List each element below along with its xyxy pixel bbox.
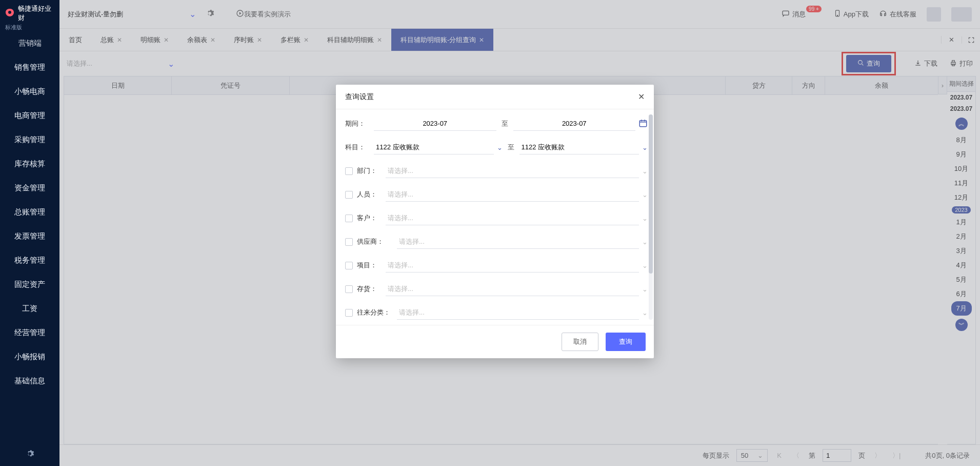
chevron-down-icon[interactable]: ⌄ [642,191,648,199]
next-page-button[interactable]: 〉 [872,451,883,460]
sidebar-item-6[interactable]: 总账管理 [0,200,59,224]
scrollbar-thumb[interactable] [649,114,653,274]
subject-to-input[interactable] [519,140,639,154]
svg-rect-6 [952,60,955,62]
sidebar-item-9[interactable]: 固定资产 [0,273,59,297]
calendar-icon[interactable] [638,119,648,129]
subject-from-input[interactable] [374,140,494,154]
checkbox-dept[interactable] [345,167,353,175]
period-month[interactable]: 1月 [947,215,975,229]
sidebar-item-13[interactable]: 基础信息 [0,369,59,393]
close-icon[interactable]: ✕ [117,36,122,44]
checkbox-artype[interactable] [345,309,353,317]
sidebar-item-12[interactable]: 小畅报销 [0,345,59,369]
close-icon[interactable]: ✕ [377,36,382,44]
checkbox-person[interactable] [345,191,353,199]
tab-1[interactable]: 总账✕ [91,29,131,51]
period-to-input[interactable] [513,116,636,131]
close-icon[interactable]: ✕ [210,36,215,44]
avatar[interactable] [927,7,941,22]
sidebar-item-4[interactable]: 库存核算 [0,152,59,176]
download-button[interactable]: 下载 [914,59,937,68]
checkbox-customer[interactable] [345,215,353,222]
support-button[interactable]: 在线客服 [879,9,916,19]
demo-link[interactable]: 我要看实例演示 [236,9,291,19]
tab-2[interactable]: 明细账✕ [131,29,178,51]
chevron-down-icon[interactable]: ⌄ [642,144,648,151]
print-button[interactable]: 打印 [950,59,973,68]
cancel-button[interactable]: 取消 [562,333,598,351]
chevron-down-icon[interactable]: ⌄ [642,309,648,317]
sidebar-item-11[interactable]: 经营管理 [0,321,59,345]
page-size-select[interactable]: 50 ⌄ [736,449,768,462]
filter-artype-input[interactable] [397,305,639,320]
filter-person-input[interactable] [386,187,639,202]
filter-label: 项目： [357,261,386,270]
period-month[interactable]: 4月 [947,258,975,273]
period-month[interactable]: 12月 [947,190,975,205]
tab-home[interactable]: 首页 [59,29,91,51]
chevron-down-icon[interactable]: ⌄ [497,144,503,151]
checkbox-project[interactable] [345,262,353,269]
sidebar-settings[interactable] [0,443,59,466]
close-all-tabs-button[interactable]: ✕ [941,36,962,44]
period-month[interactable]: 5月 [947,273,975,287]
sidebar-item-3[interactable]: 采购管理 [0,128,59,152]
sidebar-item-5[interactable]: 资金管理 [0,176,59,200]
last-page-button[interactable]: 〉| [890,451,903,460]
close-icon[interactable]: ✕ [164,36,169,44]
chevron-down-icon[interactable]: ⌄ [642,285,648,293]
filter-supplier-input[interactable] [397,235,639,249]
tab-7-active[interactable]: 科目辅助明细账-分组查询✕ [391,29,493,51]
period-month[interactable]: 9月 [947,147,975,162]
close-icon[interactable]: ✕ [638,92,645,102]
filter-inventory-input[interactable] [386,282,639,296]
period-month-selected[interactable]: 7月 [951,301,972,316]
sidebar-item-10[interactable]: 工资 [0,297,59,321]
checkbox-supplier[interactable] [345,238,353,246]
tab-5[interactable]: 多栏账✕ [271,29,318,51]
sidebar-item-2[interactable]: 电商管理 [0,104,59,128]
tenant-select[interactable]: 好业财测试-量勿删 ⌄ [68,9,196,19]
tab-3[interactable]: 余额表✕ [178,29,225,51]
chevron-down-icon[interactable]: ⌄ [642,215,648,222]
chevron-down-icon[interactable]: ⌄ [642,262,648,269]
close-icon[interactable]: ✕ [479,36,484,44]
filter-project-input[interactable] [386,258,639,273]
period-month[interactable]: 8月 [947,133,975,147]
scroll-down-icon[interactable]: ︾ [955,319,968,331]
first-page-button[interactable]: K [775,452,784,459]
period-month[interactable]: 3月 [947,244,975,258]
page-number-input[interactable] [823,449,851,462]
sidebar-item-7[interactable]: 发票管理 [0,224,59,248]
query-button[interactable]: 查询 [846,55,891,72]
period-month[interactable]: 10月 [947,162,975,176]
period-month[interactable]: 2月 [947,229,975,244]
fullscreen-button[interactable] [962,36,980,44]
sidebar-item-8[interactable]: 税务管理 [0,248,59,273]
chevron-down-icon[interactable]: ⌄ [642,238,648,246]
period-panel-toggle[interactable]: › [938,76,947,94]
close-icon[interactable]: ✕ [304,36,309,44]
settings-icon[interactable] [205,9,214,20]
sidebar-item-0[interactable]: 销售管理 [0,55,59,80]
tab-4[interactable]: 序时账✕ [225,29,271,51]
checkbox-inventory[interactable] [345,285,353,293]
scroll-up-icon[interactable]: ︽ [955,118,968,130]
avatar-2[interactable] [951,7,972,22]
period-month[interactable]: 11月 [947,176,975,190]
chevron-down-icon[interactable]: ⌄ [642,167,648,175]
sidebar-item-1[interactable]: 小畅电商 [0,80,59,104]
period-month[interactable]: 6月 [947,287,975,301]
sidebar-item-cut[interactable]: 营销端 [0,35,59,55]
close-icon[interactable]: ✕ [257,36,262,44]
app-download-button[interactable]: App下载 [834,9,869,19]
filter-customer-input[interactable] [386,211,639,225]
group-select[interactable]: 请选择... ⌄ [67,59,174,69]
messages-button[interactable]: 消息 99 + [782,9,824,19]
confirm-query-button[interactable]: 查询 [606,333,646,351]
tab-6[interactable]: 科目辅助明细账✕ [318,29,391,51]
prev-page-button[interactable]: 〈 [791,451,802,460]
period-from-input[interactable] [374,116,496,131]
filter-dept-input[interactable] [386,164,639,178]
